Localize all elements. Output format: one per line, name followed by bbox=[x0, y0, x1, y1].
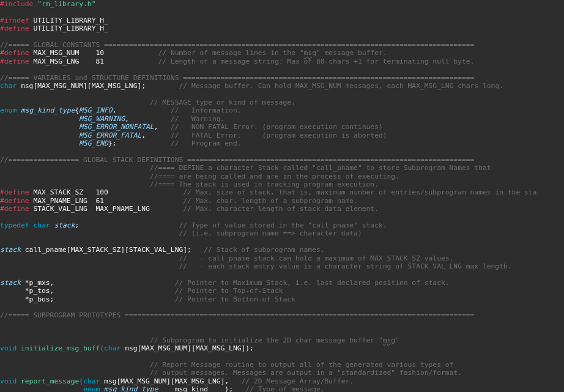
declarator: *p_tos, bbox=[25, 287, 54, 295]
declarator: *p_bos; bbox=[25, 295, 54, 303]
macro-name: MAX_STACK_SZ bbox=[33, 188, 83, 196]
enumerator: MSG_WARNING bbox=[79, 115, 125, 123]
param-type: char bbox=[83, 377, 100, 385]
enumerator: MSG_ERROR_FATAL bbox=[79, 131, 141, 139]
comment: // Max. size of stack, that is, maximum … bbox=[183, 188, 536, 196]
line: char msg[MAX_MSG_NUM][MAX_MSG_LNG]; // M… bbox=[0, 82, 503, 90]
comment: // Type of value stored in the "call_pna… bbox=[179, 221, 387, 229]
declarator: msg[MAX_MSG_NUM][MAX_MSG_LNG]; bbox=[17, 82, 146, 90]
enumerator: MSG_ERROR_NONFATAL bbox=[79, 123, 154, 131]
param-type: char bbox=[104, 344, 121, 352]
line: stack call_pname[MAX_STACK_SZ][STACK_VAL… bbox=[0, 246, 325, 254]
preproc-ifndef: #ifndef bbox=[0, 17, 29, 24]
guard-macro: UTILITY_LIBRARY_H_ bbox=[33, 17, 108, 24]
preproc-include: #include bbox=[0, 0, 33, 8]
macro-value: 61 bbox=[95, 197, 104, 205]
brace: }; bbox=[108, 139, 117, 147]
macro-name: STACK_VAL_LNG bbox=[33, 205, 87, 213]
line: MSG_ERROR_NONFATAL, // NON FATAL Error. … bbox=[0, 123, 383, 131]
param-decl: msg[MAX_MSG_NUM][MAX_MSG_LNG]); bbox=[121, 344, 254, 352]
line: MSG_END}; // Program end. bbox=[0, 139, 242, 147]
type-keyword: char bbox=[29, 221, 50, 229]
comment: // Max. char. length of a subprogram nam… bbox=[183, 197, 358, 205]
type-keyword: char bbox=[0, 82, 17, 90]
comment: //==== The stack is used in tracking pro… bbox=[150, 180, 379, 188]
comment: // Max. character length of stack data e… bbox=[183, 205, 379, 213]
line: void initialize_msg_buff(char msg[MAX_MS… bbox=[0, 344, 254, 352]
line: *p_tos, // Pointer to Top-of-Stack bbox=[0, 287, 283, 295]
macro-name: MAX_MSG_NUM bbox=[33, 49, 79, 57]
line: stack *p_mxs, // Pointer to Maximum Stac… bbox=[0, 279, 450, 287]
code-editor: #include "rm_library.h" #ifndef UTILITY_… bbox=[0, 0, 564, 392]
spellcheck-mark: msg bbox=[304, 49, 316, 57]
macro-value: MAX_PNAME_LNG bbox=[95, 205, 149, 213]
return-type: void bbox=[0, 377, 17, 385]
preproc-define: #define bbox=[0, 188, 29, 196]
comment: // Program end. bbox=[171, 139, 242, 147]
typedef-keyword: typedef bbox=[0, 221, 29, 229]
preproc-define: #define bbox=[0, 197, 29, 205]
comment: // FATAL Error. (program execution is ab… bbox=[171, 131, 387, 139]
spellcheck-mark: msg bbox=[383, 336, 395, 344]
function-name: report_message bbox=[17, 377, 79, 385]
line: #define MAX_STACK_SZ 100 // Max. size of… bbox=[0, 188, 536, 196]
typedef-name: stack bbox=[0, 279, 21, 287]
param-name: msg_kind bbox=[175, 385, 208, 392]
enum-type: msg_kind_type bbox=[17, 106, 75, 114]
comment: // Warning. bbox=[171, 115, 224, 123]
comment: // Type of message. bbox=[245, 385, 324, 392]
line: MSG_WARNING, // Warning. bbox=[0, 115, 224, 123]
declarator: *p_mxs, bbox=[21, 279, 54, 287]
comment: // NON FATAL Error. (program execution c… bbox=[171, 123, 383, 131]
comment: // Stack of subprogram names. bbox=[204, 246, 324, 254]
comment-banner: //===== SUBPROGRAM PROTOTYPES ==========… bbox=[0, 311, 474, 319]
comment-banner: //===== GLOBAL CONSTANTS ===============… bbox=[0, 41, 474, 49]
comment: // Pointer to Top-of-Stack bbox=[175, 287, 283, 295]
comment: // Message buffer. Can hold MAX_MSG_NUM … bbox=[179, 82, 503, 90]
preproc-define: #define bbox=[0, 57, 29, 65]
macro-name: MAX_PNAME_LNG bbox=[33, 197, 87, 205]
line: #define STACK_VAL_LNG MAX_PNAME_LNG // M… bbox=[0, 205, 379, 213]
comment: // Pointer to Bottom-of-Stack bbox=[175, 295, 295, 303]
comment: // Information. bbox=[171, 106, 242, 114]
typedef-name: stack bbox=[50, 221, 75, 229]
comment: // (i.e. subprogram name ==> character d… bbox=[179, 229, 362, 237]
line: #define MAX_MSG_NUM 10 // Number of mess… bbox=[0, 49, 387, 57]
line: #ifndef UTILITY_LIBRARY_H_ bbox=[0, 17, 108, 24]
macro-name: MAX_MSG_LNG bbox=[33, 57, 79, 65]
enum-keyword: enum bbox=[83, 385, 100, 392]
comment: // - call_pname stack can hold a maximum… bbox=[179, 254, 453, 262]
return-type: void bbox=[0, 344, 17, 352]
line: #define UTILITY_LIBRARY_H_ bbox=[0, 24, 108, 32]
comment: // Subprogram to initialize the 2D char … bbox=[150, 336, 399, 344]
comment: // Pointer to Maximum Stack, i.e. last d… bbox=[175, 279, 450, 287]
preproc-define: #define bbox=[0, 49, 29, 57]
enum-type: msg_kind_type bbox=[100, 385, 158, 392]
guard-macro: UTILITY_LIBRARY_H_ bbox=[33, 24, 108, 32]
preproc-define: #define bbox=[0, 205, 29, 213]
line: void report_message(char msg[MAX_MSG_NUM… bbox=[0, 377, 354, 385]
preproc-define: #define bbox=[0, 24, 29, 32]
comment: // MESSAGE type or kind of message. bbox=[150, 98, 295, 106]
header-string: "rm_library.h" bbox=[37, 0, 95, 8]
line: #define MAX_PNAME_LNG 61 // Max. char. l… bbox=[0, 197, 358, 205]
macro-value: 81 bbox=[95, 57, 104, 65]
enumerator: MSG_END bbox=[79, 139, 108, 147]
comment-banner: //================= GLOBAL STACK DEFINIT… bbox=[0, 156, 474, 164]
comment: // - each stack entry value is a charact… bbox=[179, 262, 511, 270]
comment: // 2D Message Array/Buffer. bbox=[242, 377, 354, 385]
comment: // output messages. Messages are output … bbox=[150, 369, 462, 377]
line: MSG_ERROR_FATAL, // FATAL Error. (progra… bbox=[0, 131, 387, 139]
comment: //==== DEFINE a character Stack called "… bbox=[150, 164, 491, 172]
comment: // Length of a message string: Max of 80… bbox=[158, 57, 475, 65]
comment: // Number of message lines in the "msg" … bbox=[158, 49, 387, 57]
macro-value: 100 bbox=[95, 188, 108, 196]
param-decl: msg[MAX_MSG_NUM][MAX_MSG_LNG], bbox=[100, 377, 229, 385]
comment: //==== are being called and are in the p… bbox=[150, 172, 399, 180]
function-name: initialize_msg_buff bbox=[17, 344, 100, 352]
line: #include "rm_library.h" bbox=[0, 0, 95, 8]
comment: // Report Message routine to output all … bbox=[150, 361, 454, 369]
line: enum msg_kind_type msg_kind ); // Type o… bbox=[0, 385, 325, 392]
enumerator: MSG_INFO bbox=[79, 106, 112, 114]
enum-keyword: enum bbox=[0, 106, 17, 114]
